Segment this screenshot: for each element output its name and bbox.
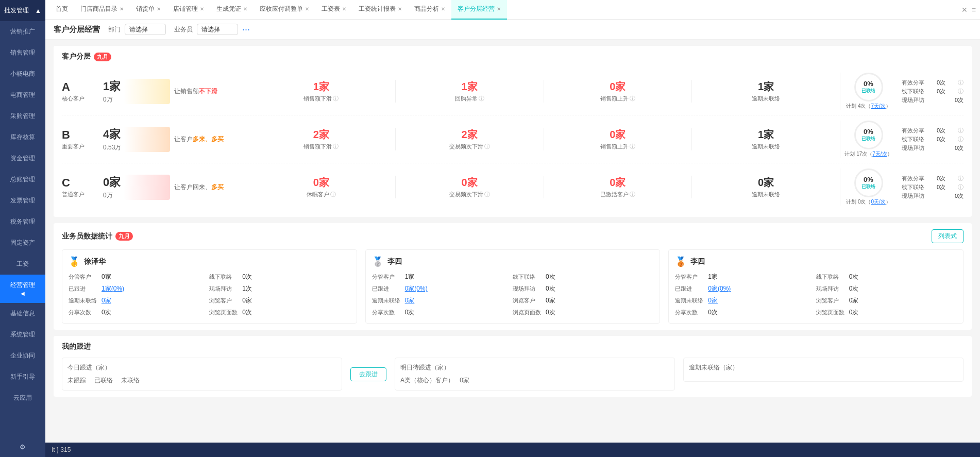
stat-row: 浏览客户 0家 — [816, 296, 957, 305]
tab-close-icon[interactable]: ✕ — [497, 6, 501, 12]
stat-row: 已跟进 0家(0%) — [372, 284, 513, 293]
sidebar-item-shuiwu[interactable]: 税务管理 — [0, 211, 45, 232]
sidebar-header[interactable]: 批发管理 ▲ — [0, 0, 45, 21]
sidebar-item-label: 企业协同 — [2, 351, 43, 360]
followup-link[interactable]: 1家(0%) — [102, 284, 124, 293]
followup-today-label: 今日跟进（家） — [67, 363, 336, 372]
tab-close-icon[interactable]: ✕ — [441, 6, 445, 12]
sidebar-item-label: 资金管理 — [2, 154, 43, 163]
page-header: 客户分层经营 部门 请选择 业务员 请选择 ··· — [45, 20, 980, 40]
biz-card-1-header: 🥇 徐泽华 — [69, 256, 350, 267]
tier-b-right-stats: 有效分享0次ⓘ 线下联络0次ⓘ 现场拜访0次 — [897, 127, 964, 152]
tab-close-icon[interactable]: ✕ — [243, 6, 247, 12]
sidebar-item-jichuxinxi[interactable]: 基础信息 — [0, 303, 45, 324]
tab-shangpinfenxi[interactable]: 商品分析 ✕ — [408, 0, 451, 20]
sidebar-item-gudingzichan[interactable]: 固定资产 — [0, 232, 45, 253]
followup-tomorrow-label: 明日待跟进（家） — [400, 363, 669, 372]
sidebar-item-yingxiao[interactable]: 营销推广 — [0, 21, 45, 42]
tier-c-metric-4: 0家 逾期未联络 — [692, 176, 840, 198]
sidebar-item-qiyexieyou[interactable]: 企业协同 — [0, 345, 45, 366]
tab-close-all-icon[interactable]: ✕ — [961, 6, 968, 14]
sidebar-item-xiaodian[interactable]: 小畅电商 — [0, 63, 45, 84]
sidebar-item-xinshouyindao[interactable]: 新手引导 — [0, 366, 45, 387]
tab-shengcheng[interactable]: 生成凭证 ✕ — [210, 0, 254, 20]
tier-a-contact: 0% 已联络 计划 4次（7天/次） — [840, 73, 897, 110]
sidebar-item-label: 销售管理 — [2, 48, 43, 57]
page-content: 客户分层 九月 A 核心客户 1家 0万 让销售额不下滑 — [45, 40, 980, 443]
followup-link[interactable]: 0家(0%) — [405, 284, 428, 293]
sidebar-item-zijin[interactable]: 资金管理 — [0, 148, 45, 169]
tab-menshangpin[interactable]: 门店商品目录 ✕ — [74, 0, 130, 20]
tier-c-metric-2: 0家 交易频次下滑 ⓘ — [396, 176, 544, 198]
sidebar-item-dianshang[interactable]: 电商管理 — [0, 84, 45, 106]
followup-tomorrow-panel: 明日待跟进（家） A类（核心）客户） 0家 — [395, 358, 675, 391]
tier-a-metric-2: 1家 回购异常 ⓘ — [396, 80, 544, 103]
tier-c-stat: 0家 0万 — [103, 175, 170, 200]
stat-row: 浏览客户 0家 — [513, 296, 653, 305]
tier-b-suggestion: 让客户多来、多买 — [170, 135, 247, 144]
medal-gold-icon: 🥇 — [69, 256, 80, 267]
sidebar-item-xitong[interactable]: 系统管理 — [0, 324, 45, 345]
tab-dianpu[interactable]: 店铺管理 ✕ — [167, 0, 210, 20]
stat-row: 线下联络 0次 — [816, 273, 957, 281]
tab-close-icon[interactable]: ✕ — [157, 6, 161, 12]
sidebar-item-kucun[interactable]: 库存核算 — [0, 127, 45, 148]
goto-followup-button[interactable]: 去跟进 — [350, 367, 386, 381]
tab-close-icon[interactable]: ✕ — [120, 6, 124, 12]
stat-row: 分享次数 0次 — [675, 308, 816, 317]
staff-select[interactable]: 请选择 — [197, 24, 238, 35]
tier-b-label: B 重要客户 — [62, 128, 103, 150]
biz-stats-section: 业务员数据统计 九月 列表式 🥇 徐泽华 分管客户 0家 — [54, 223, 972, 330]
sidebar-item-label: 新手引导 — [2, 373, 43, 381]
tab-yingshoufu[interactable]: 应收应付调整单 ✕ — [254, 0, 315, 20]
tab-close-icon[interactable]: ✕ — [398, 6, 402, 12]
followup-link[interactable]: 0家(0%) — [708, 284, 731, 293]
sidebar-item-gongzi[interactable]: 工资 — [0, 253, 45, 275]
sidebar-item-zhangzhang[interactable]: 总账管理 — [0, 169, 45, 190]
tier-a-label: A 核心客户 — [62, 80, 103, 103]
tab-kehufenceng[interactable]: 客户分层经营 ✕ — [451, 0, 507, 20]
tab-gongzitongji[interactable]: 工资统计报表 ✕ — [352, 0, 408, 20]
sidebar-item-fapiao[interactable]: 发票管理 — [0, 190, 45, 211]
sidebar-item-label: 云应用 — [2, 394, 43, 402]
sidebar-item-caigou[interactable]: 采购管理 — [0, 106, 45, 127]
stat-row: 现场拜访 1次 — [209, 284, 350, 293]
dept-label: 部门 — [108, 25, 121, 34]
tier-b-metric-3: 0家 销售额上升 ⓘ — [544, 128, 692, 150]
tab-close-icon[interactable]: ✕ — [305, 6, 309, 12]
sidebar-item-jingying[interactable]: 经营管理 ◀ — [0, 275, 45, 303]
tier-b-metrics: 2家 销售额下滑 ⓘ 2家 交易频次下滑 ⓘ 0家 销售额上升 ⓘ 1家 逾期未… — [247, 128, 840, 150]
stat-row: 逾期未联络 0家 — [372, 296, 513, 305]
tab-close-icon[interactable]: ✕ — [342, 6, 346, 12]
tier-a-stat: 1家 0万 — [103, 79, 170, 104]
sidebar-item-label: 小畅电商 — [2, 70, 43, 78]
stat-row: 现场拜访 0次 — [816, 284, 957, 293]
biz-card-2-stats: 分管客户 1家 线下联络 0次 已跟进 0家(0%) 现场拜访 — [372, 273, 654, 317]
sidebar-item-xiaoshou[interactable]: 销售管理 — [0, 42, 45, 63]
overdue-link[interactable]: 0家 — [102, 296, 111, 305]
sidebar-header-label: 批发管理 — [4, 6, 29, 15]
overdue-link[interactable]: 0家 — [405, 296, 415, 305]
stat-row: 已跟进 1家(0%) — [69, 284, 209, 293]
list-view-button[interactable]: 列表式 — [932, 229, 964, 243]
dept-select[interactable]: 请选择 — [125, 24, 166, 35]
filter-more-icon[interactable]: ··· — [242, 24, 250, 35]
biz-card-1: 🥇 徐泽华 分管客户 0家 线下联络 0次 已跟进 — [62, 249, 357, 324]
tab-gongzi[interactable]: 工资表 ✕ — [315, 0, 352, 20]
tier-c-metric-3: 0家 已激活客户 ⓘ — [544, 176, 692, 198]
tab-menu-icon[interactable]: ≡ — [972, 6, 976, 14]
sidebar-item-label: 发票管理 — [2, 196, 43, 205]
page-title: 客户分层经营 — [54, 25, 100, 35]
settings-icon[interactable]: ⚙ — [0, 437, 45, 457]
tab-controls: ✕ ≡ — [961, 6, 976, 14]
sidebar-item-label: 税务管理 — [2, 217, 43, 226]
tab-xiaohuo[interactable]: 销货单 ✕ — [130, 0, 167, 20]
tab-home[interactable]: 首页 — [49, 0, 74, 20]
tab-close-icon[interactable]: ✕ — [200, 6, 204, 12]
overdue-link[interactable]: 0家 — [708, 296, 718, 305]
sidebar-item-yunyingyong[interactable]: 云应用 — [0, 387, 45, 409]
tier-b-metric-1: 2家 销售额下滑 ⓘ — [247, 128, 396, 150]
sidebar-collapse-icon[interactable]: ▲ — [35, 7, 41, 14]
biz-cards-grid: 🥇 徐泽华 分管客户 0家 线下联络 0次 已跟进 — [62, 249, 964, 324]
sidebar-item-label: 经营管理 — [2, 281, 43, 290]
